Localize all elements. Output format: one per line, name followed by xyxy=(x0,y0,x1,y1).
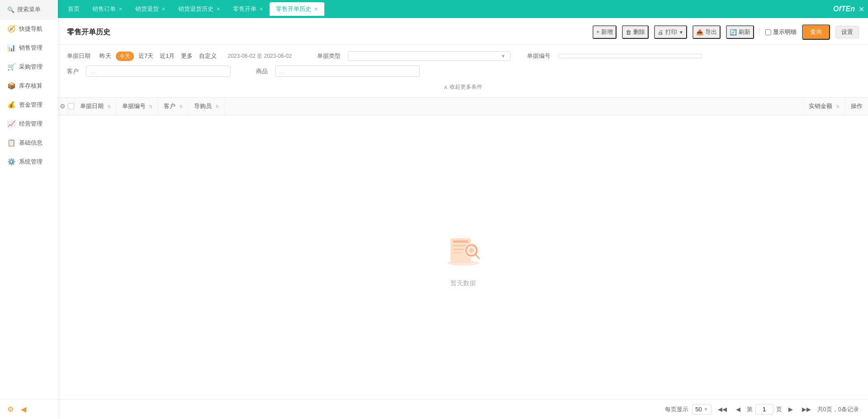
svg-rect-5 xyxy=(453,252,462,254)
data-table: ⚙ 单据日期 ⇅ 单据编号 ⇅ xyxy=(58,98,868,115)
display-detail-checkbox[interactable] xyxy=(765,29,771,35)
tab-sales-return[interactable]: 销货退货✕ xyxy=(129,2,172,16)
filter-row-2: 客户 … 商品 … xyxy=(67,66,859,77)
sidebar-item-sales-mgmt[interactable]: 📊销售管理 xyxy=(0,38,58,57)
th-settings: ⚙ xyxy=(58,98,68,115)
sidebar-label-inventory: 库存核算 xyxy=(19,82,43,90)
customer-input[interactable]: … xyxy=(86,66,231,77)
next-page-btn[interactable]: ▶ xyxy=(786,404,796,414)
type-filter-label: 单据类型 xyxy=(317,52,341,60)
tab-sales-return-history[interactable]: 销货退货历史✕ xyxy=(172,2,227,16)
amount-sort-icon[interactable]: ⇅ xyxy=(836,104,840,109)
select-all-checkbox[interactable] xyxy=(68,103,74,109)
tab-retail-open[interactable]: 零售开单✕ xyxy=(227,2,270,16)
sidebar-label-quick-nav: 快捷导航 xyxy=(19,25,43,33)
page-header: 零售开单历史 + 新增 🗑 删除 🖨 打印 ▼ 📤 导出 🔄 刷新 xyxy=(58,18,868,45)
collapse-filters-btn[interactable]: ∧ 收起更多条件 xyxy=(67,81,859,91)
th-checkbox xyxy=(68,98,75,115)
sidebar-item-sys-mgmt[interactable]: ⚙️系统管理 xyxy=(0,152,58,171)
sidebar-label-finance: 资金管理 xyxy=(19,101,43,109)
page-number: 第 页 xyxy=(747,404,782,414)
empty-illustration xyxy=(441,227,486,272)
sidebar-item-operation[interactable]: 📈经营管理 xyxy=(0,114,58,133)
date-filter-label: 单据日期 xyxy=(67,52,90,60)
settings-icon[interactable]: ⚙ xyxy=(7,405,14,414)
sidebar-item-finance[interactable]: 💰资金管理 xyxy=(0,95,58,114)
collapse-sidebar-icon[interactable]: ◀ xyxy=(21,405,26,414)
type-select[interactable]: ▼ xyxy=(348,51,511,61)
display-detail-toggle[interactable]: 显示明细 xyxy=(765,28,797,36)
last-page-btn[interactable]: ▶▶ xyxy=(799,404,814,414)
sidebar-item-quick-nav[interactable]: 🧭快捷导航 xyxy=(0,19,58,38)
per-page-label: 每页显示 xyxy=(665,405,688,414)
table-settings-icon[interactable]: ⚙ xyxy=(58,101,67,112)
number-input[interactable] xyxy=(558,54,702,58)
toolbar: + 新增 🗑 删除 🖨 打印 ▼ 📤 导出 🔄 刷新 显示明细 xyxy=(593,24,859,40)
date-opt-更多[interactable]: 更多 xyxy=(179,51,194,61)
tab-close-retail-open-history[interactable]: ✕ xyxy=(314,6,318,12)
page-input[interactable] xyxy=(755,404,773,414)
svg-rect-4 xyxy=(453,249,464,250)
th-salesperson: 导购员 ⇅ xyxy=(188,98,224,115)
sidebar-label-sys-mgmt: 系统管理 xyxy=(19,158,43,166)
tab-sales-order[interactable]: 销售订单✕ xyxy=(86,2,129,16)
tab-close-sales-order[interactable]: ✕ xyxy=(119,6,123,12)
sidebar-label-purchase-mgmt: 采购管理 xyxy=(19,63,43,71)
per-page-select[interactable]: 50 ▼ xyxy=(692,404,711,414)
add-button[interactable]: + 新增 xyxy=(593,25,617,39)
export-icon: 📤 xyxy=(696,29,703,36)
sidebar-item-purchase-mgmt[interactable]: 🛒采购管理 xyxy=(0,57,58,76)
tab-close-retail-open[interactable]: ✕ xyxy=(259,6,263,12)
type-select-arrow: ▼ xyxy=(501,53,506,59)
th-number: 单据编号 ⇅ xyxy=(116,98,158,115)
first-page-btn[interactable]: ◀◀ xyxy=(715,404,730,414)
brand-text: OfTEn xyxy=(833,5,855,13)
goods-input[interactable]: … xyxy=(275,66,420,77)
date-opt-昨天[interactable]: 昨天 xyxy=(98,51,113,61)
delete-button[interactable]: 🗑 删除 xyxy=(622,25,649,39)
refresh-icon: 🔄 xyxy=(730,29,737,36)
date-opt-自定义[interactable]: 自定义 xyxy=(197,51,218,61)
total-info: 共0页，0条记录 xyxy=(817,405,859,414)
search-icon: 🔍 xyxy=(7,6,14,13)
tab-close-sales-return-history[interactable]: ✕ xyxy=(216,6,220,12)
close-all-button[interactable]: ✕ xyxy=(859,5,864,14)
search-menu-btn[interactable]: 🔍 搜索菜单 xyxy=(0,0,58,19)
th-spacer xyxy=(224,98,803,115)
sidebar-label-operation: 经营管理 xyxy=(19,120,43,128)
date-sort-icon[interactable]: ⇅ xyxy=(107,104,111,109)
number-sort-icon[interactable]: ⇅ xyxy=(149,104,152,109)
date-range-display: 2023-06-02 至 2023-06-02 xyxy=(228,52,291,60)
number-filter-label: 单据编号 xyxy=(527,52,550,60)
tab-label-sales-order: 销售订单 xyxy=(92,5,116,13)
customer-input-placeholder: … xyxy=(90,68,96,75)
sidebar-item-basic-info[interactable]: 📋基础信息 xyxy=(0,133,58,152)
filter-row-1: 单据日期 昨天今天近7天近1月更多自定义 2023-06-02 至 2023-0… xyxy=(67,51,859,61)
sys-mgmt-icon: ⚙️ xyxy=(7,158,15,166)
sidebar-label-basic-info: 基础信息 xyxy=(19,139,43,147)
goods-input-placeholder: … xyxy=(279,68,285,75)
date-opt-近7天[interactable]: 近7天 xyxy=(137,51,155,61)
tab-close-sales-return[interactable]: ✕ xyxy=(161,6,166,12)
tab-home[interactable]: 首页 xyxy=(62,2,86,16)
sidebar-item-inventory[interactable]: 📦库存核算 xyxy=(0,76,58,95)
settings-button[interactable]: 设置 xyxy=(835,26,859,38)
print-button[interactable]: 🖨 打印 ▼ xyxy=(654,25,687,39)
prev-page-btn[interactable]: ◀ xyxy=(733,404,743,414)
tab-label-sales-return-history: 销货退货历史 xyxy=(178,5,213,13)
svg-point-9 xyxy=(469,248,474,253)
customer-sort-icon[interactable]: ⇅ xyxy=(179,104,183,109)
salesperson-sort-icon[interactable]: ⇅ xyxy=(215,104,219,109)
query-button[interactable]: 查询 xyxy=(802,24,830,40)
date-opt-近1月[interactable]: 近1月 xyxy=(158,51,176,61)
page-title: 零售开单历史 xyxy=(67,28,110,37)
customer-filter-label: 客户 xyxy=(67,67,79,75)
export-button[interactable]: 📤 导出 xyxy=(693,25,721,39)
search-menu-label: 搜索菜单 xyxy=(17,5,41,14)
date-opt-今天[interactable]: 今天 xyxy=(116,52,134,61)
refresh-button[interactable]: 🔄 刷新 xyxy=(726,25,754,39)
sidebar-bottom: ⚙ ◀ xyxy=(0,399,58,419)
table-area: ⚙ 单据日期 ⇅ 单据编号 ⇅ xyxy=(58,98,868,399)
tab-retail-open-history[interactable]: 零售开单历史✕ xyxy=(270,2,324,16)
chevron-up-icon: ∧ xyxy=(444,84,448,90)
